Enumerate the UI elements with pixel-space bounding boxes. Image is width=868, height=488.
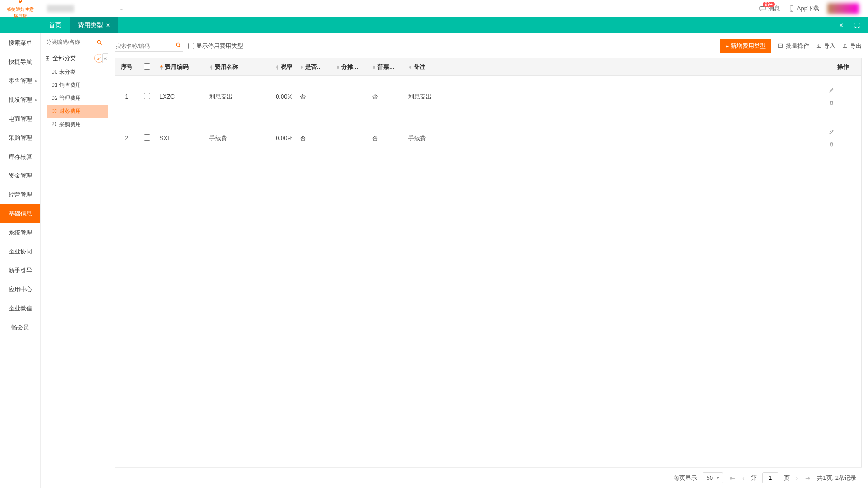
expense-table: 序号 ▲▼费用编码 ▲▼费用名称 ▲▼税率 ▲▼是否... ▲▼分摊... ▲▼… bbox=[115, 58, 861, 159]
category-item-0[interactable]: 00 未分类 bbox=[47, 66, 108, 79]
per-page-select[interactable]: 50 bbox=[703, 472, 723, 483]
first-page-button[interactable]: ⇤ bbox=[729, 474, 736, 482]
close-icon[interactable]: ✕ bbox=[106, 22, 110, 28]
category-item-2[interactable]: 02 管理费用 bbox=[47, 92, 108, 105]
category-search-wrap bbox=[41, 37, 108, 51]
svg-rect-5 bbox=[778, 44, 782, 47]
th-is[interactable]: ▲▼是否... bbox=[296, 58, 332, 76]
tabs-bar: 首页 费用类型 ✕ ✕ bbox=[0, 17, 868, 33]
edit-icon[interactable] bbox=[829, 129, 858, 135]
tab-home-label: 首页 bbox=[49, 21, 61, 29]
category-all-label: 全部分类 bbox=[52, 54, 76, 62]
row-checkbox[interactable] bbox=[144, 134, 150, 141]
export-label: 导出 bbox=[850, 42, 862, 50]
plus-icon: + bbox=[725, 43, 729, 50]
show-disabled-label: 显示停用费用类型 bbox=[196, 42, 243, 50]
cell-rate: 0.00% bbox=[264, 117, 296, 159]
svg-point-4 bbox=[176, 43, 179, 46]
message-badge: 99+ bbox=[763, 2, 775, 7]
tab-home[interactable]: 首页 bbox=[41, 17, 70, 33]
pagination: 每页显示 50 ⇤ ‹ 第 页 › ⇥ 共1页, 2条记录 bbox=[115, 467, 862, 488]
sidebar-item-4[interactable]: 电商管理 bbox=[0, 109, 40, 128]
row-checkbox[interactable] bbox=[144, 93, 150, 99]
delete-icon[interactable] bbox=[829, 100, 858, 106]
th-seq[interactable]: 序号 bbox=[115, 58, 138, 76]
fullscreen-button[interactable] bbox=[852, 20, 863, 31]
sidebar-item-0[interactable]: 搜索菜单 bbox=[0, 33, 40, 52]
tab-expense-label: 费用类型 bbox=[78, 21, 103, 29]
logo-icon bbox=[16, 0, 24, 6]
page-input[interactable] bbox=[762, 472, 778, 483]
delete-icon[interactable] bbox=[829, 141, 858, 147]
sidebar-item-5[interactable]: 采购管理 bbox=[0, 128, 40, 147]
sidebar-item-14[interactable]: 企业微信 bbox=[0, 299, 40, 318]
sidebar-item-12[interactable]: 新手引导 bbox=[0, 261, 40, 280]
search-icon[interactable] bbox=[175, 42, 182, 48]
sidebar-item-6[interactable]: 库存核算 bbox=[0, 147, 40, 166]
show-disabled-input[interactable] bbox=[188, 43, 194, 49]
edit-icon[interactable] bbox=[829, 87, 858, 93]
sidebar-item-10[interactable]: 系统管理 bbox=[0, 223, 40, 242]
sidebar-item-3[interactable]: 批发管理▸ bbox=[0, 90, 40, 109]
chevron-right-icon: ▸ bbox=[35, 98, 38, 102]
main-layout: 搜索菜单快捷导航零售管理▸批发管理▸电商管理采购管理库存核算资金管理经营管理基础… bbox=[0, 33, 868, 488]
import-button[interactable]: 导入 bbox=[816, 42, 835, 50]
th-ticket[interactable]: ▲▼普票... bbox=[368, 58, 405, 76]
search-icon[interactable] bbox=[96, 39, 103, 46]
close-all-button[interactable]: ✕ bbox=[835, 20, 846, 31]
per-page-label: 每页显示 bbox=[674, 474, 697, 482]
cell-seq: 1 bbox=[115, 76, 138, 117]
page-summary: 共1页, 2条记录 bbox=[817, 474, 856, 482]
category-panel: ⊞ 全部分类 « 00 未分类01 销售费用02 管理费用03 财务费用20 采… bbox=[41, 33, 108, 488]
toolbar: 显示停用费用类型 + 新增费用类型 批量操作 导入 导出 bbox=[115, 39, 862, 53]
export-button[interactable]: 导出 bbox=[842, 42, 862, 50]
tab-expense-type[interactable]: 费用类型 ✕ bbox=[70, 17, 118, 33]
search-input[interactable] bbox=[115, 41, 183, 52]
sidebar-item-11[interactable]: 企业协同 bbox=[0, 242, 40, 261]
logo-text-bottom: 标准版 bbox=[14, 13, 27, 19]
th-remark[interactable]: ▲▼备注 bbox=[405, 58, 825, 76]
page-prefix: 第 bbox=[751, 474, 757, 482]
org-dropdown[interactable]: ⌄ bbox=[42, 2, 128, 15]
category-item-1[interactable]: 01 销售费用 bbox=[47, 79, 108, 92]
messages-button[interactable]: 99+ 消息 bbox=[759, 5, 780, 13]
sidebar-item-15[interactable]: 畅会员 bbox=[0, 318, 40, 337]
grid-icon: ⊞ bbox=[45, 55, 50, 61]
select-all-checkbox[interactable] bbox=[144, 63, 150, 70]
fullscreen-icon bbox=[854, 22, 860, 28]
category-search-input[interactable] bbox=[45, 37, 104, 47]
sidebar-item-9[interactable]: 基础信息 bbox=[0, 204, 40, 223]
cell-name: 手续费 bbox=[206, 117, 264, 159]
avatar[interactable] bbox=[827, 3, 859, 14]
collapse-panel-button[interactable]: « bbox=[102, 53, 108, 63]
th-rate[interactable]: ▲▼税率 bbox=[264, 58, 296, 76]
cell-share bbox=[332, 117, 368, 159]
sidebar-item-2[interactable]: 零售管理▸ bbox=[0, 71, 40, 90]
header-right: 99+ 消息 App下载 bbox=[759, 3, 868, 14]
sidebar-item-1[interactable]: 快捷导航 bbox=[0, 52, 40, 71]
category-item-4[interactable]: 20 采购费用 bbox=[47, 118, 108, 131]
chevron-down-icon: ⌄ bbox=[119, 5, 124, 12]
batch-action-button[interactable]: 批量操作 bbox=[778, 42, 809, 50]
app-download-label: App下载 bbox=[797, 5, 819, 13]
prev-page-button[interactable]: ‹ bbox=[741, 474, 745, 482]
cell-is: 否 bbox=[296, 76, 332, 117]
show-disabled-checkbox[interactable]: 显示停用费用类型 bbox=[188, 42, 243, 50]
toolbar-right: + 新增费用类型 批量操作 导入 导出 bbox=[720, 39, 862, 53]
batch-icon bbox=[778, 43, 784, 49]
cell-remark: 利息支出 bbox=[405, 76, 825, 117]
category-all[interactable]: ⊞ 全部分类 bbox=[41, 51, 108, 66]
sidebar-item-7[interactable]: 资金管理 bbox=[0, 166, 40, 185]
th-share[interactable]: ▲▼分摊... bbox=[332, 58, 368, 76]
th-name[interactable]: ▲▼费用名称 bbox=[206, 58, 264, 76]
sidebar-item-8[interactable]: 经营管理 bbox=[0, 185, 40, 204]
last-page-button[interactable]: ⇥ bbox=[804, 474, 811, 482]
th-code[interactable]: ▲▼费用编码 bbox=[156, 58, 206, 76]
add-expense-type-button[interactable]: + 新增费用类型 bbox=[720, 39, 771, 53]
next-page-button[interactable]: › bbox=[795, 474, 799, 482]
category-item-3[interactable]: 03 财务费用 bbox=[47, 105, 108, 118]
svg-point-3 bbox=[97, 40, 100, 43]
content-area: 显示停用费用类型 + 新增费用类型 批量操作 导入 导出 bbox=[108, 33, 868, 488]
app-download-button[interactable]: App下载 bbox=[788, 5, 819, 13]
sidebar-item-13[interactable]: 应用中心 bbox=[0, 280, 40, 299]
